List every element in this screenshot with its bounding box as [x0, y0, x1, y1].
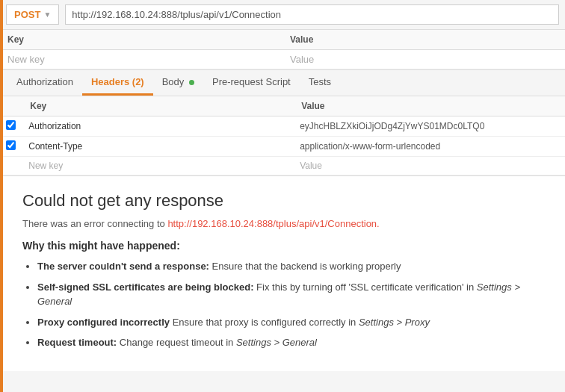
headers-key-header: Key [22, 96, 294, 116]
bullet-1-normal: Ensure that the backend is working prope… [212, 261, 401, 272]
tab-tests[interactable]: Tests [300, 70, 340, 96]
params-new-value[interactable]: Value [282, 50, 565, 69]
bullet-2-bold: Self-signed SSL certificates are being b… [37, 281, 253, 293]
body-dot [189, 80, 194, 85]
header-key-content-type: Content-Type [28, 141, 82, 152]
bullet-2-normal: Fix this by turning off 'SSL certificate… [256, 281, 477, 293]
response-area: Could not get any response There was an … [0, 176, 565, 371]
left-accent [0, 0, 3, 371]
bullet-3-bold: Proxy configured incorrectly [37, 317, 170, 328]
bullet-3-normal: Ensure that proxy is configured correctl… [173, 317, 359, 328]
header-row-new: New key Value [0, 157, 565, 175]
why-title: Why this might have happened: [22, 240, 543, 252]
bullet-2: Self-signed SSL certificates are being b… [37, 280, 543, 309]
header-key-authorization: Authorization [28, 121, 81, 131]
headers-check-col [0, 96, 22, 116]
header-row-authorization: Authorization eyJhcHBLZXkiOiJjODg4ZjYwYS… [0, 116, 565, 137]
header-checkbox-authorization[interactable] [6, 120, 16, 130]
tab-prerequest[interactable]: Pre-request Script [203, 70, 300, 96]
top-bar: POST ▼ [0, 0, 565, 30]
bullet-4-normal: Change request timeout in [120, 337, 236, 348]
headers-section: Key Value Authorization eyJhcHBLZXkiOiJj… [0, 96, 565, 176]
bullet-1: The server couldn't send a response: Ens… [37, 259, 543, 274]
header-val-content-type: application/x-www-form-urlencoded [300, 141, 440, 152]
bullet-1-bold: The server couldn't send a response: [37, 261, 209, 272]
bullet-3: Proxy configured incorrectly Ensure that… [37, 315, 543, 330]
params-key-header: Key [0, 30, 282, 50]
method-label: POST [14, 9, 40, 20]
error-url-line: There was an error connecting to http://… [22, 218, 543, 229]
tab-headers[interactable]: Headers (2) [82, 70, 153, 96]
url-input[interactable] [65, 4, 559, 25]
params-new-key[interactable]: New key [0, 50, 282, 69]
params-table: Key Value New key Value [0, 30, 565, 70]
header-checkbox-content-type[interactable] [6, 140, 16, 150]
bullet-4-bold: Request timeout: [37, 337, 117, 348]
tab-body[interactable]: Body [153, 70, 203, 96]
error-prefix: There was an error connecting to [22, 218, 167, 229]
header-row-content-type: Content-Type application/x-www-form-urle… [0, 137, 565, 157]
headers-value-header: Value [294, 96, 565, 116]
header-new-key: New key [28, 161, 63, 171]
tab-authorization[interactable]: Authorization [7, 70, 82, 96]
bullet-3-italic: Settings > Proxy [359, 317, 430, 328]
bullet-4: Request timeout: Change request timeout … [37, 335, 543, 350]
header-new-val: Value [300, 161, 322, 171]
header-val-authorization: eyJhcHBLZXkiOiJjODg4ZjYwYS01MDc0LTQ0 [300, 121, 484, 131]
params-value-header: Value [282, 30, 565, 50]
bullet-list: The server couldn't send a response: Ens… [22, 259, 543, 350]
response-title: Could not get any response [22, 191, 543, 211]
bullet-4-italic: Settings > General [236, 337, 317, 348]
method-button[interactable]: POST ▼ [6, 4, 59, 25]
tabs-bar: Authorization Headers (2) Body Pre-reque… [0, 70, 565, 96]
error-url: http://192.168.10.24:888/tplus/api/v1/Co… [167, 218, 379, 229]
method-chevron: ▼ [43, 10, 51, 19]
